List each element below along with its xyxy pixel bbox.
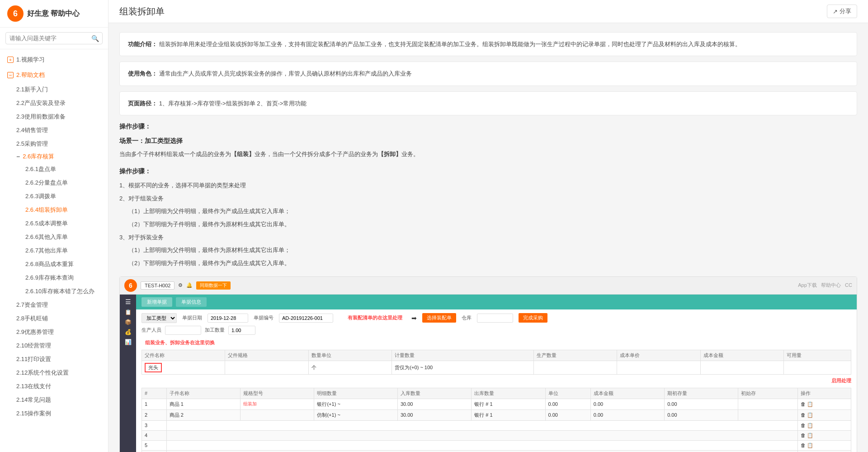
path-block: 页面路径： 1、库存核算->库存管理->组装拆卸单 2、首页->常用功能	[119, 91, 857, 115]
search-icon: 🔍	[91, 35, 99, 42]
mock-tab-info[interactable]: 单据信息	[176, 297, 207, 307]
sidebar-item-268[interactable]: 2.6.8商品成本重算	[25, 257, 108, 271]
mock-t1-h5: 生产数量	[533, 350, 617, 361]
sidebar-item-22[interactable]: 2.2产品安装及登录	[16, 96, 108, 110]
sidebar-item-214[interactable]: 2.14常见问题	[16, 393, 108, 407]
mock-t2-h7: 成本金额	[590, 388, 664, 399]
sidebar-item-23[interactable]: 2.3使用前数据准备	[16, 110, 108, 124]
sidebar-item-211[interactable]: 2.11打印设置	[16, 352, 108, 366]
mock-sidebar-icon5: 📊	[125, 339, 132, 345]
sidebar-item-26-wrap[interactable]: − 2.6库存核算	[16, 152, 108, 161]
sidebar-item-25[interactable]: 2.5采购管理	[16, 137, 108, 151]
mock-t2-row4: 4 🗑 📋	[142, 430, 851, 440]
mock-select-btn[interactable]: 选择装配单	[422, 313, 456, 323]
mock-t2-r2c2	[241, 409, 314, 420]
sidebar-item-265[interactable]: 2.6.5成本调整单	[25, 217, 108, 230]
mock-complete-btn[interactable]: 完成采购	[519, 313, 547, 323]
mock-t2-h5: 出库数量	[472, 388, 545, 399]
mock-nav-tabs: 新增单据 单据信息	[136, 295, 857, 309]
mock-t1-c4: 货仅为(+0) ~ 100	[392, 361, 533, 374]
sidebar-item-21[interactable]: 2.1新手入门	[16, 83, 108, 96]
search-box[interactable]: 🔍	[0, 28, 108, 49]
mock-t1-h8: 可用量	[784, 350, 851, 361]
share-button[interactable]: ↗ 分享	[827, 5, 857, 18]
mock-warehouse-input[interactable]	[477, 314, 513, 323]
sidebar-item-28[interactable]: 2.8手机旺铺	[16, 312, 108, 325]
sidebar-item-269[interactable]: 2.6.9库存账本查询	[25, 271, 108, 285]
sidebar-item-266[interactable]: 2.6.6其他入库单	[25, 230, 108, 244]
mock-t2-r2c5: 银行 # 1	[472, 409, 545, 420]
mock-annotation-wrap1: 组装业务、拆卸业务在这里切换	[142, 338, 215, 346]
sidebar-item-docs[interactable]: − 2.帮助文档 2.1新手入门 2.2产品安装及登录 2.3使用前数据准备 2…	[0, 67, 108, 420]
mock-url: TEST-H002	[141, 281, 175, 290]
step-3-2: （2）下部明细为子件明细，最终作为产成品生成其它入库单。	[128, 258, 857, 269]
mock-t2-r1c0: 1	[142, 399, 167, 409]
sidebar-item-215[interactable]: 2.15操作案例	[16, 407, 108, 420]
sidebar-item-267[interactable]: 2.6.7其他出库单	[25, 244, 108, 257]
mock-annotation-wrap3: 启用处理	[142, 376, 851, 384]
main-area: 组装拆卸单 ↗ 分享 功能介绍： 组装拆卸单用来处理企业组装或拆卸等加工业务，支…	[108, 0, 868, 452]
mock-t2-r4c0: 4	[142, 430, 167, 440]
sidebar-item-video[interactable]: + 1.视频学习	[0, 52, 108, 67]
mock-num-input[interactable]	[279, 314, 333, 323]
intro-block: 功能介绍： 组装拆卸单用来处理企业组装或拆卸等加工业务，支持有固定装配清单的产品…	[119, 32, 857, 56]
mock-sidebar-icon2: 📋	[125, 309, 132, 315]
sidebar-item-2610[interactable]: 2.6.10库存账本错了怎么办	[25, 285, 108, 298]
sidebar-item-docs-main[interactable]: − 2.帮助文档	[0, 67, 108, 83]
sidebar-item-29[interactable]: 2.9优惠券管理	[16, 325, 108, 339]
mock-maker-label: 生产人员	[142, 327, 161, 333]
mock-icon-2: 🔔	[186, 282, 193, 288]
mock-form: 加工类型 组装 拆卸 单据日期 单据编号 有装配清单的在这里处理 ➡	[136, 309, 857, 452]
role-block: 使用角色： 通常由生产人员或库管人员完成拆装业务的操作，库管人员确认原材料的出库…	[119, 62, 857, 86]
sidebar-item-27[interactable]: 2.7资金管理	[16, 298, 108, 312]
role-label: 使用角色：	[128, 70, 157, 77]
mock-t2-h8: 期初存量	[665, 388, 738, 399]
mock-qty-input[interactable]	[228, 326, 255, 335]
sidebar-item-210[interactable]: 2.10经营管理	[16, 339, 108, 352]
scene1-title: 场景一：加工类型选择	[119, 137, 857, 145]
sidebar-item-video-label: 1.视频学习	[16, 56, 45, 64]
mock-annotation3: 启用处理	[831, 378, 851, 383]
sidebar-item-264[interactable]: 2.6.4组装拆卸单	[25, 203, 108, 217]
ops-steps-title: 操作步骤：	[119, 167, 857, 176]
mock-t2-r6-empty	[166, 450, 797, 452]
docs-sub-list: 2.1新手入门 2.2产品安装及登录 2.3使用前数据准备 2.4销售管理 2.…	[0, 83, 108, 420]
sidebar-item-docs-label: 2.帮助文档	[16, 71, 45, 79]
sidebar-item-video-main[interactable]: + 1.视频学习	[0, 52, 108, 67]
mock-t1-c2	[225, 361, 308, 374]
mock-t2-r2c9	[738, 409, 798, 420]
mock-tab-new[interactable]: 新增单据	[142, 297, 172, 307]
mock-t1-h4: 计量数量	[392, 350, 533, 361]
mock-t1-h3: 数量单位	[308, 350, 392, 361]
mock-sidebar-strip: ☰ 📋 📦 💰 📊	[120, 295, 136, 452]
sidebar-item-262[interactable]: 2.6.2分量盘点单	[25, 176, 108, 190]
mock-t2-row3: 3 🗑 📋	[142, 420, 851, 430]
path-label: 页面路径：	[128, 100, 157, 107]
sidebar-item-263[interactable]: 2.6.3调拨单	[25, 190, 108, 203]
mock-orange-top-btn[interactable]: 同期数据一下	[196, 281, 231, 290]
mock-t2-row2: 2 商品 2 仿制(+1) ~ 30.00 银行 # 1 0.00 0.00	[142, 409, 851, 420]
mock-type-select[interactable]: 加工类型 组装 拆卸	[142, 313, 177, 323]
step-3: 3、对于拆装业务	[119, 232, 857, 243]
steps-list: 1、根据不同的业务，选择不同单据的类型来处理 2、对于组装业务 （1）上部明细为…	[119, 180, 857, 269]
mock-table2-wrap: # 子件名称 规格型号 明细数量 入库数量 出库数量 单位 成本金额	[142, 388, 851, 452]
mock-date-input[interactable]	[208, 314, 248, 323]
mock-t2-r2c6: 0.00	[545, 409, 590, 420]
mock-t2-h1: 子件名称	[166, 388, 240, 399]
mock-t2-r1c1: 商品 1	[166, 399, 240, 409]
mock-t2-r6c10: 🗑 📋	[798, 450, 851, 452]
mock-t2-h4: 入库数量	[397, 388, 471, 399]
screenshot-container: 6 TEST-H002 ⚙ 🔔 同期数据一下 App下载 帮助中心 CC ☰ 📋…	[119, 276, 857, 452]
mock-form-row2: 生产人员 加工数量	[142, 326, 851, 335]
sidebar-item-213[interactable]: 2.13在线支付	[16, 380, 108, 393]
top-bar: 组装拆卸单 ↗ 分享	[108, 0, 868, 23]
sidebar-item-24[interactable]: 2.4销售管理	[16, 124, 108, 137]
mock-t2-r1c7: 0.00	[590, 399, 664, 409]
mock-type-label: 仓库	[462, 314, 472, 321]
search-input[interactable]	[5, 32, 103, 44]
mock-red-label1: 组装加	[243, 401, 257, 406]
sidebar-item-212[interactable]: 2.12系统个性化设置	[16, 366, 108, 380]
mock-sidebar-icon1: ☰	[125, 298, 131, 305]
sidebar-item-261[interactable]: 2.6.1盘点单	[25, 162, 108, 176]
mock-maker-input[interactable]	[165, 326, 201, 335]
